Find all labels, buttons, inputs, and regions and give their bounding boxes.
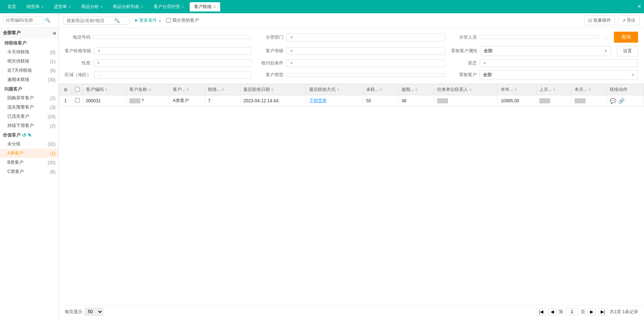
filter-customer-level: 客户等级 ▼	[258, 46, 445, 56]
retail-attr-input[interactable]: 全部 ▼	[480, 46, 611, 56]
my-customers-check[interactable]	[166, 18, 171, 23]
row-this-month	[571, 95, 607, 106]
col-contact-count[interactable]: 联络...⇅	[205, 84, 240, 95]
page-input[interactable]	[565, 308, 579, 315]
retail-customer-input[interactable]: 全部 ▼	[480, 70, 638, 80]
prev-page-button[interactable]: ◀	[548, 308, 557, 315]
col-code[interactable]: 客户编码⇅	[83, 84, 126, 95]
close-all-button[interactable]: ×	[638, 3, 641, 10]
close-tab-sales[interactable]: ×	[41, 4, 43, 9]
region-input[interactable]: …	[94, 71, 252, 79]
filter-retail-customer: 零散客户 全部 ▼	[451, 70, 638, 80]
row-level: A类客户	[169, 95, 205, 106]
col-this-month[interactable]: 本月...⇅	[571, 84, 607, 95]
my-customers-checkbox[interactable]: 我分管的客户	[166, 17, 199, 24]
more-filters-button[interactable]: ▼ 更多条件 ▲	[134, 17, 162, 24]
col-gear[interactable]: ⚙	[59, 84, 72, 95]
pending-item-明天待联络[interactable]: 明天待联络(1)	[0, 57, 58, 66]
staff-more-icon[interactable]: …	[604, 35, 608, 40]
nav-tab-goods-analysis[interactable]: 商品分析×	[77, 2, 107, 11]
query-button[interactable]: 查询	[614, 32, 638, 43]
value-customers-label: 价值客户	[3, 132, 21, 138]
col-level[interactable]: 客户...⇅	[169, 84, 205, 95]
export-icon: ↗	[622, 18, 626, 23]
setting-button[interactable]: 设置	[617, 46, 638, 56]
pending-item-近7天待联络[interactable]: 近7天待联络(0)	[0, 66, 58, 75]
nav-tab-customer-tier[interactable]: 客户分层经营×	[149, 2, 188, 11]
sidebar-search-input[interactable]	[3, 16, 43, 24]
close-tab-customer-tier[interactable]: ×	[182, 4, 184, 9]
export-button[interactable]: ↗ 导出	[618, 15, 640, 25]
row-year-amount: 10995.00	[498, 95, 536, 106]
filter-search-icon[interactable]: 🔍	[114, 18, 120, 23]
phone-input[interactable]	[93, 35, 252, 39]
total-label: 共1页 1条记录	[610, 309, 638, 315]
sidebar-search-icon[interactable]: 🔍	[45, 18, 50, 23]
select-all-checkbox[interactable]	[75, 87, 80, 92]
close-tab-purchase[interactable]: ×	[68, 4, 71, 9]
col-action: 联络动作	[607, 84, 644, 95]
edit-icon[interactable]: ✎	[28, 132, 32, 138]
value-item-A类客户[interactable]: A类客户(1)	[0, 149, 58, 158]
filter-bar: 🔍 ▼ 更多条件 ▲ 我分管的客户 ☑ 批量操作 ↗ 导出	[59, 13, 644, 28]
problem-item-流失预警客户[interactable]: 流失预警客户(3)	[0, 103, 58, 112]
first-page-button[interactable]: |◀	[536, 308, 546, 315]
pending-item-逾期未联络[interactable]: 逾期未联络(30)	[0, 75, 58, 84]
next-page-button[interactable]: ▶	[587, 308, 596, 315]
problem-customers-label: 问题客户	[4, 86, 22, 92]
col-contacts[interactable]: 往来单位联系人⇅	[434, 84, 498, 95]
col-last-method[interactable]: 最后联络方式⇅	[306, 84, 363, 95]
col-uncontacted[interactable]: 未联...⇅	[363, 84, 398, 95]
problem-item-回购异常客户[interactable]: 回购异常客户(2)	[0, 93, 58, 103]
pending-item-今天待联络[interactable]: 今天待联络(0)	[0, 47, 58, 57]
status-input[interactable]: ▼	[480, 59, 638, 67]
filter-staff: 分管人员 … 查询	[451, 32, 638, 43]
row-last-date: 2023-04-12 14:44:	[240, 95, 306, 106]
col-overdue[interactable]: 逾期...⇅	[398, 84, 434, 95]
row-num: 1	[59, 95, 72, 106]
dept-input[interactable]: ▼	[286, 33, 445, 41]
col-name[interactable]: 客户名称⇅	[126, 84, 169, 95]
last-page-button[interactable]: ▶|	[598, 308, 608, 315]
all-customers-header[interactable]: 全部客户 ◀	[0, 28, 58, 38]
customer-type-input[interactable]	[286, 73, 445, 77]
row-contact-count: 7	[205, 95, 240, 106]
nav-tab-goods-analysis-list[interactable]: 商品分析列表×	[108, 2, 147, 11]
staff-input[interactable]	[480, 35, 599, 39]
col-last-date[interactable]: 最后联络日期⇅	[240, 84, 306, 95]
filter-search-input[interactable]	[67, 18, 114, 23]
nav-tab-purchase[interactable]: 进货单×	[49, 2, 75, 11]
value-item-C类客户[interactable]: C类客户(6)	[0, 167, 58, 176]
refresh-icon[interactable]: ↺	[22, 132, 26, 138]
problem-item-已流失客户[interactable]: 已流失客户(24)	[0, 112, 58, 121]
nav-tab-sales[interactable]: 销货单×	[22, 2, 48, 11]
close-tab-goods-analysis-list[interactable]: ×	[141, 4, 143, 9]
customer-level-input[interactable]: ▼	[286, 47, 445, 55]
tab-label-customer-contact: 客户联络	[194, 4, 212, 10]
close-tab-goods-analysis[interactable]: ×	[100, 4, 103, 9]
dept-label: 分管部门	[258, 34, 283, 40]
filter-search-box[interactable]: 🔍	[63, 17, 129, 25]
problem-item-持续下滑客户[interactable]: 持续下滑客户(2)	[0, 121, 58, 130]
nav-tab-customer-contact[interactable]: 客户联络×	[190, 2, 220, 11]
action-comment-icon[interactable]: 💬	[610, 98, 616, 104]
col-last-month[interactable]: 上月...⇅	[536, 84, 571, 95]
row-action: 💬 🔗	[607, 95, 644, 106]
action-link-icon[interactable]: 🔗	[618, 98, 625, 104]
footer-per-page: 每页显示 50 100 200	[65, 308, 103, 316]
col-checkbox[interactable]	[72, 84, 83, 95]
value-item-未分组[interactable]: 未分组(32)	[0, 139, 58, 149]
value-item-B类客户[interactable]: B类客户(33)	[0, 158, 58, 167]
nav-tab-home[interactable]: 首页	[3, 2, 21, 11]
page-suffix: 页	[581, 309, 585, 315]
batch-op-button[interactable]: ☑ 批量操作	[584, 15, 615, 25]
price-level-input[interactable]: ▼	[94, 47, 252, 55]
payment-input[interactable]: ▼	[286, 59, 445, 67]
filter-dept: 分管部门 ▼	[258, 32, 445, 43]
row-last-method[interactable]: 下销货单	[306, 95, 363, 106]
nature-input[interactable]: ▼	[93, 59, 252, 67]
col-year[interactable]: 本年...⇅	[498, 84, 536, 95]
close-tab-customer-contact[interactable]: ×	[213, 4, 215, 9]
per-page-select[interactable]: 50 100 200	[85, 308, 103, 316]
row-checkbox[interactable]	[72, 95, 83, 106]
